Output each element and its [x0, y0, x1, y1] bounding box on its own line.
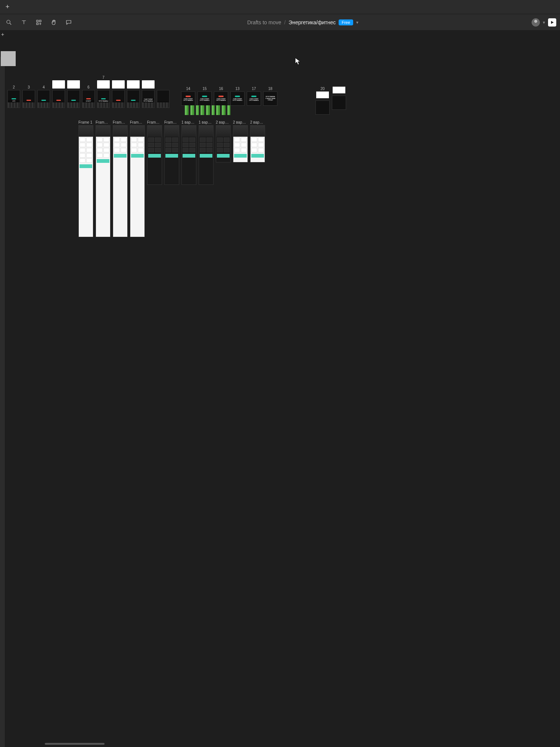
frame-canvas[interactable]: [78, 125, 93, 237]
slide-canvas[interactable]: КОНТР: [82, 90, 95, 108]
slides-row-3: 20: [315, 87, 346, 115]
frame-label: Fram…: [130, 120, 145, 124]
avatar[interactable]: [532, 18, 540, 27]
frame-canvas[interactable]: [113, 125, 128, 237]
design-frame[interactable]: Frame 1: [78, 120, 93, 237]
frame-canvas[interactable]: [164, 125, 179, 185]
design-frame[interactable]: 2 вар…: [216, 120, 231, 162]
slide-canvas[interactable]: [37, 90, 50, 108]
sticky-note[interactable]: [52, 80, 65, 89]
breadcrumb-separator: /: [284, 19, 286, 25]
slide-canvas[interactable]: УЧАСТНИКИ ПРОГРАММЫ: [247, 92, 261, 106]
slide-thumb[interactable]: [112, 80, 125, 108]
slide-canvas[interactable]: [112, 90, 125, 108]
slide-number: 16: [219, 87, 223, 91]
slide-thumb[interactable]: [67, 80, 80, 108]
hand-tool-button[interactable]: [49, 17, 59, 28]
avatar-chevron-icon[interactable]: ▾: [543, 20, 545, 25]
slide-thumb[interactable]: [52, 80, 65, 108]
slide-canvas[interactable]: [22, 90, 35, 108]
slide-thumb[interactable]: 20: [315, 87, 330, 115]
design-frame[interactable]: Fram…: [164, 120, 179, 185]
slide-thumb[interactable]: 3: [22, 85, 35, 108]
canvas[interactable]: + 2ЧТО346КОНТР7ПРОГРАММЫУЧАСТНИКИ ПРОГРА…: [0, 31, 560, 747]
file-name[interactable]: Энергетика/фитнес: [289, 19, 336, 25]
plan-badge[interactable]: Free: [339, 19, 353, 25]
sticky-note[interactable]: [333, 87, 345, 93]
frame-canvas[interactable]: [233, 125, 248, 162]
resources-tool-button[interactable]: [34, 17, 44, 28]
group-photo[interactable]: [185, 105, 199, 115]
frame-label: Fram…: [164, 120, 179, 124]
sticky-note[interactable]: [316, 92, 329, 98]
slide-canvas[interactable]: УЧАСТНИКИ ПРОГРАММЫ: [181, 92, 195, 106]
slide-canvas[interactable]: [52, 90, 65, 108]
slide-canvas[interactable]: ЧТО: [7, 90, 20, 108]
slide-thumb[interactable]: УЧАСТНИКИ ПРОГРАММЫ: [142, 80, 155, 108]
slide-canvas[interactable]: УЧАСТНИКИ ПРОГРАММЫ: [214, 92, 228, 106]
share-button[interactable]: [548, 18, 556, 27]
frame-label: 2 вар…: [233, 120, 248, 124]
text-tool-button[interactable]: [19, 17, 29, 28]
slide-canvas[interactable]: [332, 96, 346, 110]
slide-number: 15: [202, 87, 206, 91]
slide-canvas[interactable]: [127, 90, 140, 108]
sticky-note[interactable]: [112, 80, 125, 89]
slide-canvas[interactable]: [67, 90, 80, 108]
design-frame[interactable]: Fram…: [147, 120, 162, 185]
slide-canvas[interactable]: [315, 100, 330, 115]
sticky-note[interactable]: [127, 80, 140, 89]
breadcrumb-folder[interactable]: Drafts to move: [247, 19, 281, 25]
sticky-note[interactable]: [97, 80, 110, 89]
slide-thumb[interactable]: [127, 80, 140, 108]
frame-canvas[interactable]: [181, 125, 196, 185]
design-frame[interactable]: 2 вар…: [250, 120, 265, 162]
figma-app: + Drafts to move / Энергетика/фитнес Fre…: [0, 0, 560, 747]
horizontal-scrollbar[interactable]: [45, 743, 105, 745]
slide-canvas[interactable]: ПРОГРАММА СТАНИСЛАВА ЛИНДЭ: [263, 92, 277, 106]
breadcrumb[interactable]: Drafts to move / Энергетика/фитнес Free …: [247, 19, 358, 25]
slide-thumb[interactable]: 7ПРОГРАММЫ: [97, 75, 110, 108]
slide-thumb[interactable]: 4: [37, 85, 50, 108]
design-frame[interactable]: Fram…: [96, 120, 111, 237]
slide-thumb[interactable]: 17УЧАСТНИКИ ПРОГРАММЫ: [247, 87, 261, 106]
frame-label: 2 вар…: [216, 120, 231, 124]
slide-thumb[interactable]: 15УЧАСТНИКИ ПРОГРАММЫ: [197, 87, 212, 106]
slide-thumb[interactable]: 14УЧАСТНИКИ ПРОГРАММЫ: [181, 87, 195, 106]
play-icon: [550, 20, 554, 25]
comment-tool-button[interactable]: [63, 17, 74, 28]
design-frame[interactable]: 2 вар…: [233, 120, 248, 162]
design-frame[interactable]: 1 вар…: [181, 120, 196, 185]
frame-canvas[interactable]: [250, 125, 265, 162]
group-photo[interactable]: [200, 105, 215, 115]
design-frame[interactable]: Fram…: [113, 120, 128, 237]
slide-thumb[interactable]: 2ЧТО: [7, 85, 20, 108]
slide-canvas[interactable]: УЧАСТНИКИ ПРОГРАММЫ: [197, 92, 212, 106]
slide-thumb[interactable]: [332, 87, 346, 110]
slide-number: 6: [87, 85, 90, 89]
frame-canvas[interactable]: [147, 125, 162, 185]
slide-thumb[interactable]: 18ПРОГРАММА СТАНИСЛАВА ЛИНДЭ: [263, 87, 277, 106]
slide-thumb[interactable]: 6КОНТР: [82, 85, 95, 108]
sticky-note[interactable]: [142, 80, 155, 89]
frame-canvas[interactable]: [96, 125, 111, 237]
slide-thumb[interactable]: 13УЧАСТНИКИ ПРОГРАММЫ: [230, 87, 245, 106]
move-tool-button[interactable]: [4, 17, 14, 28]
frame-canvas[interactable]: [216, 125, 231, 162]
design-frame[interactable]: Fram…: [130, 120, 145, 237]
add-tab-button[interactable]: +: [3, 3, 12, 12]
slide-canvas[interactable]: [157, 90, 169, 108]
svg-rect-2: [37, 20, 38, 22]
frame-canvas[interactable]: [130, 125, 145, 237]
slide-thumb[interactable]: 16УЧАСТНИКИ ПРОГРАММЫ: [214, 87, 228, 106]
sticky-note[interactable]: [67, 80, 80, 89]
frame-canvas[interactable]: [199, 125, 214, 185]
design-frame[interactable]: 1 вар…: [199, 120, 214, 185]
slide-number: 13: [235, 87, 239, 91]
slide-canvas[interactable]: ПРОГРАММЫ: [97, 90, 110, 108]
group-photo[interactable]: [216, 105, 230, 115]
slide-canvas[interactable]: УЧАСТНИКИ ПРОГРАММЫ: [142, 90, 155, 108]
chevron-down-icon[interactable]: ▾: [356, 20, 358, 25]
slide-thumb[interactable]: [157, 90, 169, 108]
slide-canvas[interactable]: УЧАСТНИКИ ПРОГРАММЫ: [230, 92, 245, 106]
